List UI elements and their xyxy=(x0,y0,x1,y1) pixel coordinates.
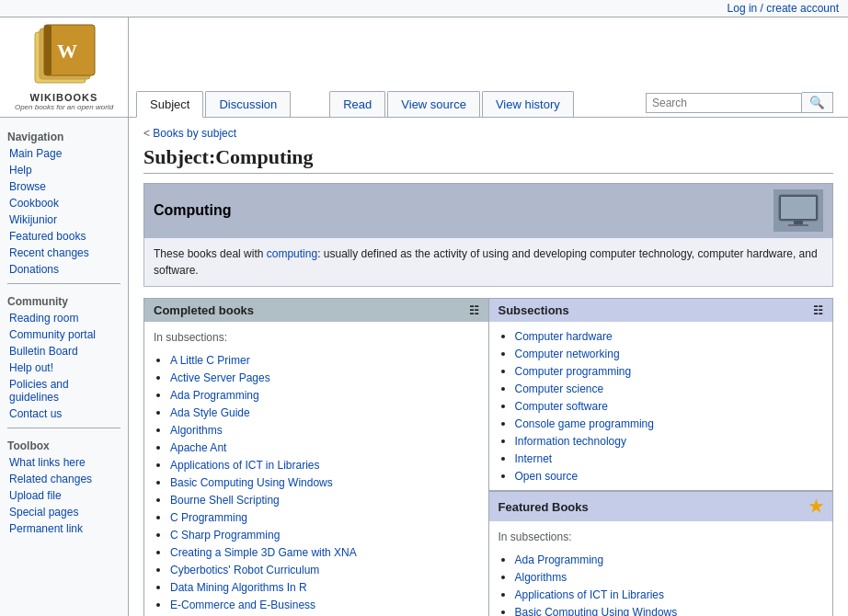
list-item: Algorithms xyxy=(515,568,824,586)
sidebar-item-contact-us[interactable]: Contact us xyxy=(0,405,128,422)
sidebar-item-related-changes[interactable]: Related changes xyxy=(0,471,128,487)
featured-book-link[interactable]: Applications of ICT in Libraries xyxy=(515,588,665,601)
nav-section-title: Navigation xyxy=(0,125,128,145)
list-item: Open source xyxy=(515,467,824,485)
book-link[interactable]: Applications of ICT in Libraries xyxy=(170,459,320,472)
list-item: Computer software xyxy=(515,397,824,415)
list-item: C Programming xyxy=(170,508,479,526)
featured-books-subsections-label: In subsections: xyxy=(498,527,824,547)
sidebar-item-help-out[interactable]: Help out! xyxy=(0,359,128,376)
sidebar-item-cookbook[interactable]: Cookbook xyxy=(0,195,128,211)
list-item: Ada Programming xyxy=(170,386,479,404)
list-item: Computer networking xyxy=(515,345,824,362)
list-item: Internet xyxy=(515,450,824,467)
subsections-icon: ☷ xyxy=(813,304,823,317)
sidebar-item-permanent-link[interactable]: Permanent link xyxy=(0,520,128,537)
book-link[interactable]: Basic Computing Using Windows xyxy=(170,476,333,489)
sidebar-item-main-page[interactable]: Main Page xyxy=(0,145,128,162)
subsections-content: Computer hardware Computer networking Co… xyxy=(489,322,833,491)
list-item: Algorithms xyxy=(170,421,479,439)
featured-books-header: Featured Books ★ xyxy=(489,491,833,521)
logo-title: WIKIBOOKS xyxy=(30,92,98,103)
completed-books-list: A Little C Primer Active Server Pages Ad… xyxy=(154,351,479,616)
tab-view-history[interactable]: View history xyxy=(482,91,574,117)
sidebar-item-upload-file[interactable]: Upload file xyxy=(0,487,128,504)
book-link[interactable]: C Sharp Programming xyxy=(170,529,280,542)
book-link[interactable]: C Programming xyxy=(170,511,247,524)
book-link[interactable]: Ada Programming xyxy=(170,389,259,402)
subsection-link[interactable]: Computer software xyxy=(515,400,608,413)
computing-link[interactable]: computing xyxy=(267,247,317,260)
book-link[interactable]: A Little C Primer xyxy=(170,354,250,367)
sidebar-item-browse[interactable]: Browse xyxy=(0,178,128,195)
tab-read[interactable]: Read xyxy=(329,91,385,117)
sidebar-item-community-portal[interactable]: Community portal xyxy=(0,326,128,343)
sidebar-item-what-links[interactable]: What links here xyxy=(0,454,128,471)
book-link[interactable]: Active Server Pages xyxy=(170,371,270,384)
sidebar-item-reading-room[interactable]: Reading room xyxy=(0,310,128,326)
search-bar: 🔍 xyxy=(638,88,841,117)
subsection-link[interactable]: Console game programming xyxy=(515,417,654,430)
community-section-title: Community xyxy=(0,290,128,310)
list-item: Creating a Simple 3D Game with XNA xyxy=(170,543,479,561)
subsection-link[interactable]: Open source xyxy=(515,470,579,483)
book-link[interactable]: Algorithms xyxy=(170,424,223,437)
completed-books-content: In subsections: A Little C Primer Active… xyxy=(144,322,488,616)
breadcrumb-link[interactable]: Books by subject xyxy=(153,127,236,140)
logo-subtitle: Open books for an open world xyxy=(15,103,113,111)
book-link[interactable]: Creating a Simple 3D Game with XNA xyxy=(170,546,357,559)
subsection-link[interactable]: Internet xyxy=(515,452,553,465)
sidebar-item-featured-books[interactable]: Featured books xyxy=(0,228,128,245)
list-item: Ada Programming xyxy=(515,551,824,568)
completed-books-header: Completed books ☷ xyxy=(144,299,488,322)
subsection-link[interactable]: Computer hardware xyxy=(515,330,613,343)
list-item: Applications of ICT in Libraries xyxy=(515,586,824,603)
sidebar-item-help[interactable]: Help xyxy=(0,162,128,178)
list-item: Apache Ant xyxy=(170,439,479,456)
book-link[interactable]: Ada Style Guide xyxy=(170,406,250,419)
svg-rect-3 xyxy=(44,25,52,75)
sidebar-item-donations[interactable]: Donations xyxy=(0,261,128,278)
subsection-link[interactable]: Computer programming xyxy=(515,365,632,378)
tab-discussion[interactable]: Discussion xyxy=(205,91,291,117)
book-link[interactable]: E-Commerce and E-Business xyxy=(170,599,315,611)
subsection-link[interactable]: Computer networking xyxy=(515,348,620,360)
svg-text:W: W xyxy=(57,40,77,63)
completed-books-subsections-label: In subsections: xyxy=(154,327,479,348)
login-link[interactable]: Log in / create account xyxy=(728,2,839,15)
featured-book-link[interactable]: Algorithms xyxy=(515,571,567,584)
computing-monitor-icon xyxy=(774,189,823,232)
list-item: Cyberbotics' Robot Curriculum xyxy=(170,561,479,578)
star-icon: ★ xyxy=(808,496,823,517)
tab-subject[interactable]: Subject xyxy=(136,91,203,118)
subsections-header: Subsections ☷ xyxy=(489,299,833,322)
list-item: Active Server Pages xyxy=(170,369,479,386)
subsection-link[interactable]: Information technology xyxy=(515,435,626,448)
book-link[interactable]: Apache Ant xyxy=(170,441,226,454)
list-item: E-Commerce and E-Business xyxy=(170,596,479,613)
subsection-link[interactable]: Computer science xyxy=(515,382,604,395)
computing-box: Computing xyxy=(143,183,833,237)
featured-book-link[interactable]: Basic Computing Using Windows xyxy=(515,606,678,616)
book-link[interactable]: Data Mining Algorithms In R xyxy=(170,581,307,594)
computing-desc: These books deal with computing: usually… xyxy=(143,237,833,287)
featured-book-link[interactable]: Ada Programming xyxy=(515,553,604,566)
sidebar-item-policies[interactable]: Policies and guidelines xyxy=(0,376,128,405)
sidebar-item-special-pages[interactable]: Special pages xyxy=(0,504,128,520)
book-link[interactable]: Cyberbotics' Robot Curriculum xyxy=(170,564,319,576)
search-button[interactable]: 🔍 xyxy=(802,92,833,113)
tab-view-source[interactable]: View source xyxy=(387,91,480,117)
list-item: C Sharp Programming xyxy=(170,526,479,543)
breadcrumb: < Books by subject xyxy=(143,127,833,140)
list-item: Ada Style Guide xyxy=(170,404,479,421)
list-item: Applications of ICT in Libraries xyxy=(170,456,479,473)
list-item: Data Mining Algorithms In R xyxy=(170,578,479,596)
svg-rect-6 xyxy=(781,197,816,219)
svg-rect-7 xyxy=(794,221,803,224)
list-item: Basic Computing Using Windows xyxy=(170,473,479,491)
search-input[interactable] xyxy=(646,93,802,113)
sidebar-item-bulletin-board[interactable]: Bulletin Board xyxy=(0,343,128,359)
book-link[interactable]: Bourne Shell Scripting xyxy=(170,494,280,507)
sidebar-item-wikijunior[interactable]: Wikijunior xyxy=(0,211,128,228)
sidebar-item-recent-changes[interactable]: Recent changes xyxy=(0,245,128,261)
